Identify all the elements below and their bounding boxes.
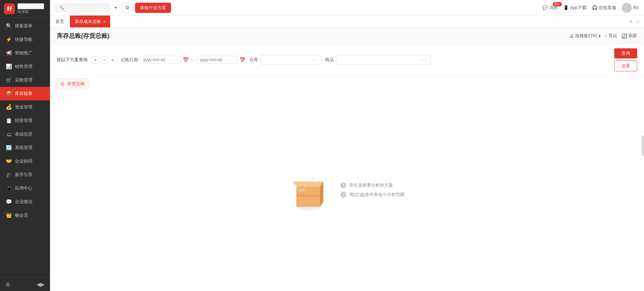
date-separator: — (191, 57, 195, 63)
scheme-list: ⊙ 存货总账 (50, 76, 644, 92)
empty-hint-1: 1 请先选择要分析的方案 (340, 182, 404, 188)
filter-date-field: 记账日期 📅 — 📅 (121, 56, 245, 64)
scheme-name: 存货总账 (67, 81, 85, 87)
sidebar-item-business[interactable]: 📋 经营管理 (0, 114, 50, 127)
tabbar: 首页 库存成本总账 × × ⤢ (50, 16, 644, 28)
topbar-dropdown-icon[interactable]: ▾ (112, 4, 119, 11)
inventory-icon: 📦 (5, 90, 12, 97)
sidebar-item-sales[interactable]: 📊 销售管理 (0, 60, 50, 73)
sidebar-collapse-icon[interactable]: ◀▶ (36, 281, 45, 288)
export-btn[interactable]: ↑ 导出 (605, 33, 617, 39)
warehouse-select-dots: ··· (312, 57, 318, 63)
sidebar-item-cooperation[interactable]: 🤝 企业协同 (0, 154, 50, 168)
filter-collapse-btn[interactable]: « (109, 56, 117, 64)
product-select[interactable]: ··· (336, 55, 430, 65)
business-icon: 📋 (5, 117, 12, 124)
tab-home-label: 首页 (55, 19, 64, 25)
main-area: 🔍 ▾ ⚙ 体验行业方案 💬 消息 99+ 📱 App下载 🎧 在线客服 (50, 0, 644, 291)
topbar-search-icon: 🔍 (59, 5, 64, 10)
message-btn[interactable]: 💬 消息 99+ (542, 5, 558, 11)
date-end-input[interactable] (197, 56, 238, 64)
right-panel-hint[interactable] (641, 136, 644, 156)
filter-add-btns: + − « (92, 56, 117, 64)
sidebar-item-system[interactable]: 🔄 系统管理 (0, 141, 50, 154)
sidebar-item-quick-nav[interactable]: ⚡ 快捷导航 (0, 33, 50, 46)
date-end-calendar-icon[interactable]: 📅 (240, 57, 245, 63)
sidebar-item-marketing[interactable]: 📢 营销推广 (0, 46, 50, 60)
print-btn[interactable]: 🖨 按模板打印 ▾ (569, 33, 601, 39)
filter-warehouse-label: 仓库 (249, 57, 258, 63)
sidebar-item-member[interactable]: 👑 畅会员 (0, 209, 50, 222)
date-start-input[interactable] (140, 56, 181, 64)
message-icon: 💬 (542, 5, 548, 10)
sidebar-item-cooperation-label: 企业协同 (15, 158, 32, 164)
settings-btn[interactable]: 设置 (614, 60, 637, 71)
username: Rit (633, 5, 639, 10)
topbar-search-box[interactable]: 🔍 (55, 4, 109, 12)
sidebar-item-business-label: 经营管理 (15, 118, 32, 124)
sidebar-item-finance[interactable]: 💰 资金管理 (0, 100, 50, 114)
app-name: 畅捷通好生意 (18, 3, 44, 9)
page-title: 库存总账(存货总账) (57, 32, 109, 40)
sidebar-item-purchase[interactable]: 🛒 采购管理 (0, 73, 50, 87)
tab-right-actions: × ⤢ (627, 19, 644, 25)
tab-inventory-ledger-label: 库存成本总账 (75, 19, 101, 25)
sparkle-1: ✦ (312, 176, 315, 181)
filter-add-btn[interactable]: + (92, 56, 99, 64)
sidebar-item-inventory-label: 库存核算 (15, 91, 32, 97)
message-badge: 99+ (553, 2, 562, 6)
sidebar-item-apps[interactable]: 📱 应用中心 (0, 181, 50, 195)
member-icon: 👑 (5, 212, 12, 219)
filter-remove-btn[interactable]: − (100, 56, 108, 64)
filter-area: 按以下方案查询 + − « 记账日期 📅 — 📅 仓库 (50, 44, 644, 76)
export-icon: ↑ (605, 33, 607, 39)
sidebar-item-quick-nav-label: 快捷导航 (15, 37, 32, 43)
sidebar-nav: 🔍 搜索菜单 ⚡ 快捷导航 📢 营销推广 📊 销售管理 🛒 采购管理 📦 库存核… (0, 18, 50, 277)
sidebar-item-search-label: 搜索菜单 (15, 23, 32, 29)
empty-hint-2: 2 用[过滤]条件来缩小分析范围 (340, 192, 404, 198)
sidebar-item-newbie[interactable]: 🎓 新手引导 (0, 168, 50, 181)
date-start-calendar-icon[interactable]: 📅 (183, 57, 189, 63)
warehouse-select[interactable]: ··· (260, 55, 321, 65)
sales-icon: 📊 (5, 63, 12, 70)
sidebar-item-inventory[interactable]: 📦 库存核算 (0, 87, 50, 100)
tab-inventory-ledger[interactable]: 库存成本总账 × (70, 16, 110, 27)
sidebar-item-search[interactable]: 🔍 搜索菜单 (0, 19, 50, 33)
refresh-btn[interactable]: 🔄 刷新 (621, 33, 637, 39)
filter-btn-group: 查询 设置 (614, 48, 637, 71)
sidebar-settings-icon[interactable]: ⚙ (5, 281, 10, 288)
finance-icon: 💰 (5, 104, 12, 111)
empty-text-list: 1 请先选择要分析的方案 2 用[过滤]条件来缩小分析范围 (340, 182, 404, 201)
window-resize-btn[interactable]: ⤢ (635, 19, 641, 24)
window-close-btn[interactable]: × (627, 19, 635, 25)
sidebar-logo: 好 畅捷通好生意 标准版 (0, 0, 50, 18)
tab-home[interactable]: 首页 (50, 16, 70, 27)
sidebar-item-finance-label: 资金管理 (15, 104, 32, 110)
online-service-btn[interactable]: 🎧 在线客服 (592, 5, 616, 11)
sidebar-item-sales-label: 销售管理 (15, 64, 32, 70)
scheme-icon: ⊙ (60, 81, 65, 87)
app-download-btn[interactable]: 📱 App下载 (563, 5, 587, 11)
sidebar-item-wechat[interactable]: 💬 企业微信 (0, 195, 50, 209)
topbar-gear-btn[interactable]: ⚙ (122, 2, 132, 13)
headset-icon: 🎧 (592, 5, 597, 10)
sidebar-item-system-label: 系统管理 (15, 145, 32, 151)
empty-illustration: ✦ ✦ (290, 171, 330, 212)
trial-btn[interactable]: 体验行业方案 (135, 3, 171, 13)
box-tape (296, 194, 320, 197)
cooperation-icon: 🤝 (5, 158, 12, 165)
sidebar-item-basic-label: 基础信息 (15, 131, 32, 137)
sidebar-item-basic[interactable]: 🗂 基础信息 (0, 127, 50, 141)
sidebar-item-wechat-label: 企业微信 (15, 199, 32, 205)
sidebar: 好 畅捷通好生意 标准版 🔍 搜索菜单 ⚡ 快捷导航 📢 营销推广 📊 销售管理… (0, 0, 50, 291)
marketing-icon: 📢 (5, 50, 12, 56)
query-btn[interactable]: 查询 (614, 48, 637, 58)
app-version: 标准版 (18, 9, 44, 14)
search-icon: 🔍 (5, 23, 12, 29)
tab-close-icon[interactable]: × (103, 19, 105, 24)
sidebar-item-apps-label: 应用中心 (15, 185, 32, 191)
scheme-item-inventory[interactable]: ⊙ 存货总账 (57, 78, 89, 89)
user-avatar-area[interactable]: Rit (622, 3, 639, 13)
box-top-face (293, 181, 323, 187)
wechat-icon: 💬 (5, 198, 12, 205)
